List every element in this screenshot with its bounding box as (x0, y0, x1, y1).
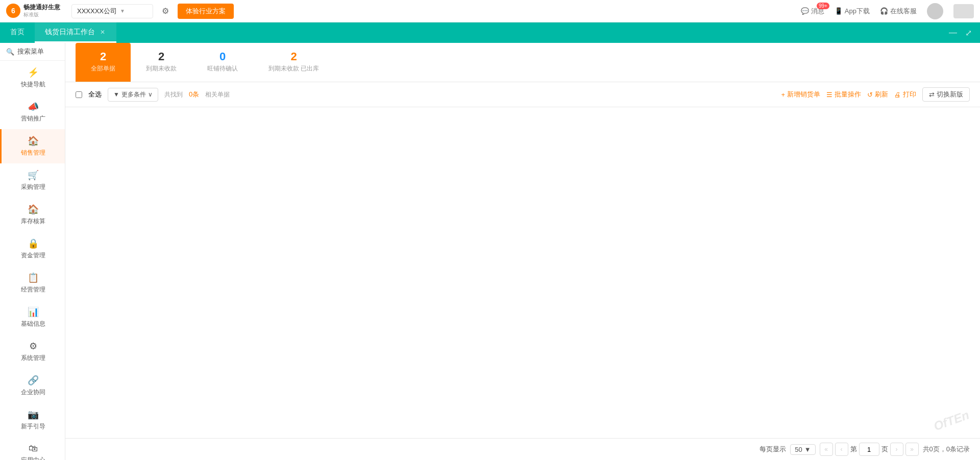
sidebar-item-operation[interactable]: 📋 经营管理 (0, 266, 65, 300)
company-selector[interactable]: XXXXXX公司 ▼ (71, 4, 153, 18)
prev-page-button[interactable]: ‹ (835, 443, 848, 456)
batch-operation-button[interactable]: ☰ 批量操作 (826, 90, 861, 99)
first-page-button[interactable]: « (820, 443, 833, 456)
logo-text-area: 畅捷通好生意 标准版 (23, 4, 60, 18)
sidebar-item-label: 系统管理 (21, 354, 45, 362)
print-icon: 🖨 (894, 91, 901, 99)
filter-button[interactable]: ▼ 更多条件 ∨ (108, 88, 158, 102)
last-page-button[interactable]: » (905, 443, 919, 456)
stat-number-wangpu: 0 (219, 50, 226, 63)
sidebar: 🔍 搜索菜单 ⚡ 快捷导航 📣 营销推广 🏠 销售管理 🛒 采购管理 🏠 库存核… (0, 43, 65, 460)
tab-close-icon[interactable]: ✕ (99, 29, 106, 36)
online-service-button[interactable]: 🎧 在线客服 (880, 7, 917, 16)
app-download-button[interactable]: 📱 App下载 (835, 7, 870, 16)
next-page-button[interactable]: › (890, 443, 903, 456)
sidebar-item-label: 应用中心 (21, 456, 45, 460)
tab-home[interactable]: 首页 (0, 22, 35, 43)
settings-button[interactable]: ⚙ (157, 3, 174, 19)
sidebar-item-cooperation[interactable]: 🔗 企业协同 (0, 369, 65, 403)
print-button[interactable]: 🖨 打印 (894, 90, 916, 99)
app-icon: 🛍 (29, 443, 38, 454)
tab-workbench[interactable]: 钱货日清工作台 ✕ (35, 22, 116, 43)
link-icon: 🔗 (28, 375, 39, 386)
nav-expand-icon[interactable]: ⤢ (963, 26, 974, 40)
sidebar-item-purchase[interactable]: 🛒 采购管理 (0, 163, 65, 198)
nav-minimize-icon[interactable]: — (947, 26, 959, 39)
message-button[interactable]: 💬 消息 99+ (801, 7, 824, 16)
tab-workbench-label: 钱货日清工作台 (45, 28, 95, 37)
found-prefix: 共找到 (164, 90, 183, 99)
sidebar-item-label: 快捷导航 (21, 80, 45, 89)
company-dropdown-icon: ▼ (120, 8, 125, 14)
cart-icon: 🛒 (28, 170, 39, 181)
sidebar-item-inventory[interactable]: 🏠 库存核算 (0, 198, 65, 232)
stat-number-overdue: 2 (158, 50, 164, 63)
switch-version-button[interactable]: ⇄ 切换新版 (922, 87, 970, 102)
plus-icon: + (781, 91, 785, 99)
content-area: 2 全部单据 2 到期未收款 0 旺铺待确认 2 到期未收款 已出库 全选 ▼ … (65, 43, 980, 460)
nav-right-actions: — ⤢ (947, 22, 980, 43)
sidebar-item-label: 基础信息 (21, 320, 45, 328)
app-download-icon: 📱 (835, 7, 843, 15)
top-header: 6 畅捷通好生意 标准版 XXXXXX公司 ▼ ⚙ 体验行业方案 💬 消息 99… (0, 0, 980, 22)
sidebar-item-sales[interactable]: 🏠 销售管理 (0, 129, 65, 163)
username-display[interactable] (953, 4, 974, 18)
sidebar-item-system[interactable]: ⚙ 系统管理 (0, 334, 65, 369)
stat-card-wangpu[interactable]: 0 旺铺待确认 (192, 43, 253, 82)
lock-icon: 🔒 (28, 238, 39, 249)
batch-label: 批量操作 (835, 90, 861, 99)
tab-home-label: 首页 (10, 28, 24, 37)
stat-card-all[interactable]: 2 全部单据 (76, 43, 131, 82)
per-page-label: 每页显示 (760, 445, 786, 454)
message-icon: 💬 (801, 7, 809, 15)
experience-button[interactable]: 体验行业方案 (178, 4, 234, 19)
sidebar-item-quick-nav[interactable]: ⚡ 快捷导航 (0, 61, 65, 95)
filter-label: 更多条件 (121, 90, 146, 99)
sidebar-item-basic-info[interactable]: 📊 基础信息 (0, 300, 65, 334)
sidebar-item-marketing[interactable]: 📣 营销推广 (0, 95, 65, 129)
select-all-label: 全选 (88, 90, 102, 99)
sidebar-item-label: 经营管理 (21, 285, 45, 294)
total-records: 共0页，0条记录 (923, 445, 970, 454)
table-area: OfTEn (65, 107, 980, 438)
stat-card-shipped[interactable]: 2 到期未收款 已出库 (253, 43, 334, 82)
stat-number-all: 2 (100, 50, 106, 63)
sidebar-item-finance[interactable]: 🔒 资金管理 (0, 232, 65, 266)
page-nav: « ‹ 第 页 › » (820, 443, 919, 456)
per-page-arrow-icon: ▼ (804, 446, 811, 453)
stat-number-shipped: 2 (291, 50, 297, 63)
stat-card-overdue[interactable]: 2 到期未收款 (131, 43, 192, 82)
stat-label-overdue: 到期未收款 (146, 64, 177, 73)
sidebar-item-label: 营销推广 (21, 114, 45, 123)
per-page-value: 50 (795, 446, 802, 453)
stat-label-wangpu: 旺铺待确认 (207, 64, 238, 73)
refresh-button[interactable]: ↺ 刷新 (867, 90, 888, 99)
headset-icon: 🎧 (880, 7, 888, 15)
stat-label-shipped: 到期未收款 已出库 (268, 64, 319, 73)
search-menu[interactable]: 🔍 搜索菜单 (0, 43, 65, 61)
page-number-input[interactable] (859, 443, 879, 456)
page-label-prefix: 第 (850, 445, 857, 454)
new-order-button[interactable]: + 新增销货单 (781, 90, 820, 99)
refresh-label: 刷新 (875, 90, 888, 99)
select-all-checkbox[interactable] (76, 91, 82, 98)
sidebar-item-label: 销售管理 (21, 149, 45, 157)
logo-text: 畅捷通好生意 (23, 4, 60, 11)
sidebar-item-guide[interactable]: 📷 新手引导 (0, 403, 65, 437)
empty-state (65, 107, 980, 438)
megaphone-icon: 📣 (28, 101, 39, 112)
avatar[interactable] (927, 3, 943, 19)
batch-icon: ☰ (826, 91, 832, 99)
app-download-label: App下载 (845, 7, 870, 16)
system-icon: ⚙ (29, 341, 37, 352)
header-right: 💬 消息 99+ 📱 App下载 🎧 在线客服 (801, 3, 974, 19)
filter-icon: ▼ (113, 91, 119, 98)
per-page-select[interactable]: 50 ▼ (790, 444, 815, 455)
found-count: 0条 (189, 90, 199, 99)
house-icon: 🏠 (28, 135, 39, 147)
search-icon: 🔍 (6, 48, 14, 56)
guide-icon: 📷 (28, 409, 39, 420)
sidebar-item-app-center[interactable]: 🛍 应用中心 (0, 437, 65, 460)
stat-label-all: 全部单据 (91, 64, 115, 73)
switch-icon: ⇄ (929, 91, 935, 99)
